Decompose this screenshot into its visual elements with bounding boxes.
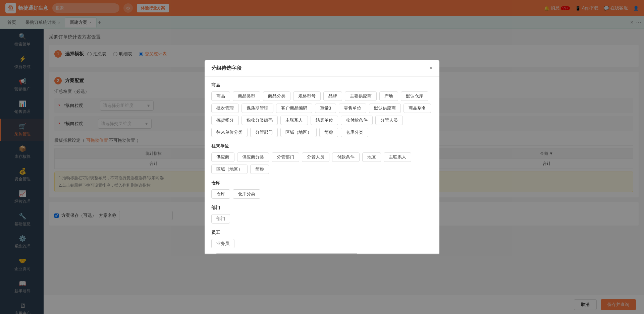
modal-dialog: 分组待选字段 × 商品 商品 商品类型 商品分类 规格型号 品牌 主要供应商 产… [205,60,439,254]
tag-supplier[interactable]: 供应商 [211,152,234,162]
tag-batch-mgmt[interactable]: 批次管理 [211,104,239,113]
tag-short-name-product[interactable]: 简称 [319,128,338,137]
modal-body: 商品 商品 商品类型 商品分类 规格型号 品牌 主要供应商 产地 默认仓库 批次… [205,77,439,251]
tag-dept[interactable]: 部门 [211,214,230,224]
tag-warehouse-cat[interactable]: 仓库分类 [233,189,260,199]
tag-brand[interactable]: 品牌 [323,91,342,101]
tag-warehouse-category[interactable]: 仓库分类 [341,128,368,137]
field-section-warehouse: 仓库 仓库 仓库分类 [211,180,433,199]
modal-hscrollbar-thumb[interactable] [216,253,357,254]
tag-settlement-unit[interactable]: 结算单位 [311,116,338,125]
partner-tags: 供应商 供应商分类 分管部门 分管人员 付款条件 地区 主联系人 区域（地区） … [211,152,433,174]
product-tags: 商品 商品类型 商品分类 规格型号 品牌 主要供应商 产地 默认仓库 批次管理 … [211,91,433,137]
tag-default-warehouse[interactable]: 默认仓库 [401,91,428,101]
tag-supplier-category[interactable]: 供应商分类 [237,152,269,162]
tag-manager-partner[interactable]: 分管人员 [302,152,329,162]
tag-contact-partner[interactable]: 主联系人 [384,152,411,162]
modal-scrollbar-area [205,251,439,254]
section-title-dept: 部门 [211,205,433,211]
modal-header: 分组待选字段 × [205,60,439,77]
tag-manager[interactable]: 分管人员 [375,116,403,125]
dept-tags: 部门 [211,214,433,224]
tag-retail-unit[interactable]: 零售单位 [339,104,366,113]
tag-warehouse[interactable]: 仓库 [211,189,230,199]
tag-product-type[interactable]: 商品类型 [233,91,260,101]
tag-product-category[interactable]: 商品分类 [263,91,290,101]
tag-dept-managed[interactable]: 分管部门 [250,128,278,137]
tag-region-product[interactable]: 区域（地区） [280,128,317,137]
tag-spec-model[interactable]: 规格型号 [293,91,321,101]
section-title-employee: 员工 [211,230,433,236]
tag-default-supplier[interactable]: 默认供应商 [369,104,401,113]
employee-tags: 业务员 [211,239,433,248]
tag-partner-category[interactable]: 往来单位分类 [211,128,248,137]
tag-main-supplier[interactable]: 主要供应商 [345,91,377,101]
tag-weight3[interactable]: 重量3 [315,104,336,113]
field-section-product: 商品 商品 商品类型 商品分类 规格型号 品牌 主要供应商 产地 默认仓库 批次… [211,82,433,137]
modal-close-btn[interactable]: × [429,65,433,72]
tag-tax-code[interactable]: 税收分类编码 [241,116,278,125]
field-section-dept: 部门 部门 [211,205,433,224]
tag-short-name-partner[interactable]: 简称 [250,165,269,174]
tag-payment-terms[interactable]: 收付款条件 [341,116,373,125]
tag-main-contact[interactable]: 主联系人 [280,116,308,125]
tag-product-alias[interactable]: 商品别名 [404,104,431,113]
tag-origin[interactable]: 产地 [379,91,398,101]
modal-overlay: 分组待选字段 × 商品 商品 商品类型 商品分类 规格型号 品牌 主要供应商 产… [0,0,644,314]
warehouse-tags: 仓库 仓库分类 [211,189,433,199]
tag-product[interactable]: 商品 [211,91,230,101]
field-section-employee: 员工 业务员 [211,230,433,248]
section-title-warehouse: 仓库 [211,180,433,186]
section-title-partner: 往来单位 [211,143,433,149]
modal-hscrollbar[interactable] [205,253,439,254]
modal-title: 分组待选字段 [211,65,241,71]
tag-area-partner[interactable]: 区域（地区） [211,165,248,174]
tag-shelf-life[interactable]: 保质期管理 [241,104,273,113]
tag-customer-code[interactable]: 客户商品编码 [276,104,312,113]
tag-dept-partner[interactable]: 分管部门 [272,152,299,162]
field-section-partner: 往来单位 供应商 供应商分类 分管部门 分管人员 付款条件 地区 主联系人 区域… [211,143,433,174]
tag-pick-score[interactable]: 拣货积分 [211,116,239,125]
tag-payment-terms-partner[interactable]: 付款条件 [332,152,360,162]
tag-region-partner[interactable]: 地区 [362,152,381,162]
section-title-product: 商品 [211,82,433,88]
tag-salesperson[interactable]: 业务员 [211,239,234,248]
